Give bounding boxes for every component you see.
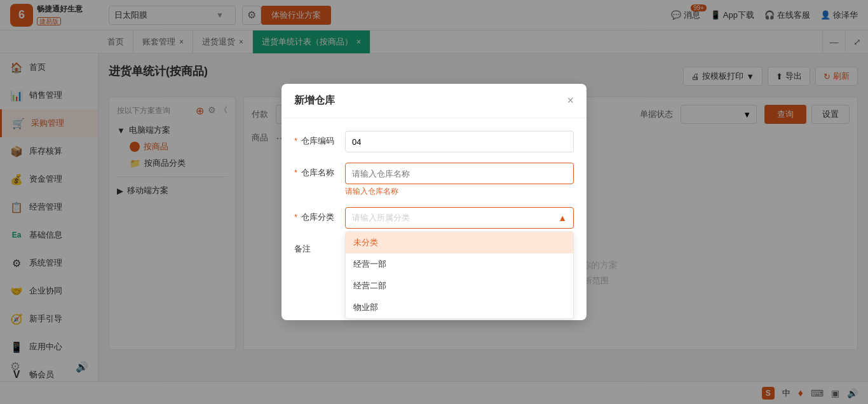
name-error-message: 请输入仓库名称 (345, 186, 574, 197)
code-label: * 仓库编码 (294, 131, 345, 147)
note-label: 备注 (294, 239, 345, 255)
dialog-body: * 仓库编码 * 仓库名称 请输入仓库名称 (281, 118, 587, 283)
name-input-wrap: 请输入仓库名称 (345, 163, 574, 197)
category-dropdown: 未分类 经营一部 经营二部 物业部 (345, 231, 574, 319)
dialog-new-warehouse: 新增仓库 × * 仓库编码 * 仓库名称 (281, 84, 587, 320)
code-input[interactable] (345, 131, 574, 152)
category-select[interactable]: 请输入所属分类 ▲ (345, 207, 574, 229)
code-field: * 仓库编码 (294, 131, 574, 152)
dropdown-item-0[interactable]: 未分类 (346, 232, 573, 253)
dialog-header: 新增仓库 × (281, 84, 587, 118)
category-label: * 仓库分类 (294, 207, 345, 223)
dialog-close-button[interactable]: × (567, 94, 574, 107)
category-field: * 仓库分类 请输入所属分类 ▲ 未分类 经营一部 经营二部 物业部 (294, 207, 574, 229)
dropdown-item-2[interactable]: 经营二部 (346, 275, 573, 297)
modal-overlay[interactable]: 新增仓库 × * 仓库编码 * 仓库名称 (0, 0, 868, 404)
name-field: * 仓库名称 请输入仓库名称 (294, 163, 574, 197)
code-input-wrap (345, 131, 574, 152)
name-label: * 仓库名称 (294, 163, 345, 178)
category-placeholder: 请输入所属分类 (352, 212, 410, 224)
dropdown-item-1[interactable]: 经营一部 (346, 253, 573, 275)
name-input[interactable] (345, 163, 574, 184)
category-select-wrap: 请输入所属分类 ▲ 未分类 经营一部 经营二部 物业部 (345, 207, 574, 229)
dialog-title: 新增仓库 (294, 94, 335, 107)
category-chevron-icon: ▲ (558, 213, 567, 223)
dropdown-item-3[interactable]: 物业部 (346, 297, 573, 318)
